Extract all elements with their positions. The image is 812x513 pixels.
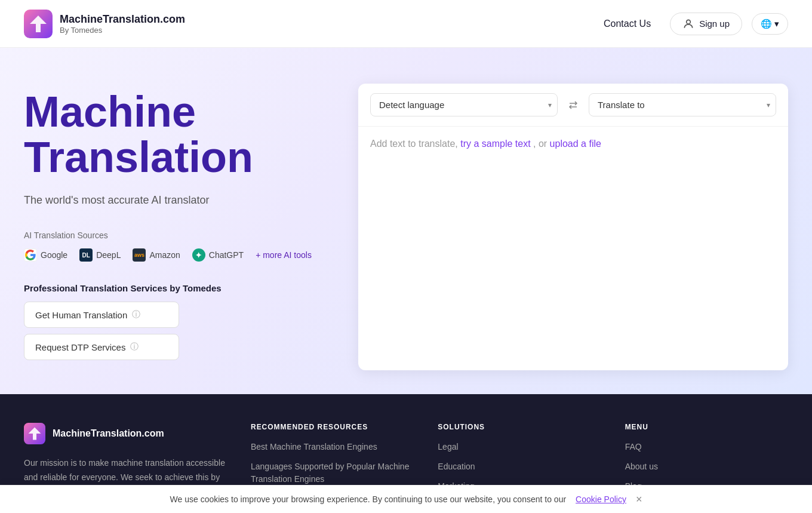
sign-up-label: Sign up [699,19,730,29]
google-icon [24,248,37,262]
logo-title: MachineTranslation.com [60,13,185,26]
translator-widget: Detect language English Spanish French G… [358,84,788,370]
cookie-policy-link[interactable]: Cookie Policy [576,494,626,504]
footer-link-best-engines[interactable]: Best Machine Translation Engines [251,441,414,453]
amazon-icon: aws [133,248,146,262]
chatgpt-icon: ✦ [192,248,205,262]
hero-title-line2: Translation [24,133,253,181]
hero-section: Machine Translation The world's most acc… [0,48,812,394]
swap-languages-button[interactable] [558,94,589,116]
placeholder-text: Add text to translate, [370,139,458,149]
language-selector-button[interactable]: 🌐 ▾ [752,13,788,35]
get-human-translation-label: Get Human Translation [35,310,127,320]
upload-file-link[interactable]: upload a file [550,139,601,149]
menu-title: Menu [625,423,788,431]
ai-tool-amazon[interactable]: aws Amazon [133,248,180,262]
footer-link-education[interactable]: Education [438,460,601,473]
source-language-wrapper: Detect language English Spanish French G… [370,93,558,116]
svg-point-1 [687,20,691,24]
sign-up-button[interactable]: Sign up [670,13,742,35]
translator-header: Detect language English Spanish French G… [358,84,788,127]
ai-sources-label: AI Translation Sources [24,231,334,240]
chatgpt-label: ChatGPT [209,250,244,260]
request-dtp-label: Request DTP Services [35,342,125,352]
logo-link[interactable]: MachineTranslation.com By Tomedes [24,10,185,38]
hero-title-line1: Machine [24,88,196,136]
request-dtp-button[interactable]: Request DTP Services ⓘ [24,334,179,360]
user-icon [682,18,694,30]
logo-subtitle: By Tomedes [60,26,185,35]
translate-input-area[interactable]: Add text to translate, try a sample text… [358,127,788,161]
hero-left: Machine Translation The world's most acc… [24,84,334,366]
header-nav: Contact Us Sign up 🌐 ▾ [594,13,788,35]
footer-logo: MachineTranslation.com [24,423,227,444]
cookie-close-button[interactable]: × [636,494,642,505]
footer-link-faq[interactable]: FAQ [625,441,788,453]
google-label: Google [41,250,67,260]
deepl-icon: DL [79,248,93,262]
hero-subtitle: The world's most accurate AI translator [24,194,334,207]
amazon-label: Amazon [149,250,180,260]
ai-tool-google[interactable]: Google [24,248,67,262]
info-icon-human: ⓘ [132,309,140,320]
footer-brand-title: MachineTranslation.com [53,428,164,439]
globe-icon: 🌐 [761,19,772,29]
footer-link-about-us[interactable]: About us [625,460,788,473]
translator-widget-container: Detect language English Spanish French G… [358,84,788,370]
source-language-select[interactable]: Detect language English Spanish French G… [370,93,558,116]
deepl-label: DeepL [96,250,121,260]
contact-us-button[interactable]: Contact Us [594,14,660,34]
professional-label: Professional Translation Services by Tom… [24,283,334,293]
ai-tool-deepl[interactable]: DL DeepL [79,248,121,262]
logo-icon [24,10,53,38]
cookie-text: We use cookies to improve your browsing … [170,494,567,504]
target-language-wrapper: Translate to Spanish French German Chine… [589,93,776,116]
cookie-banner: We use cookies to improve your browsing … [0,485,812,513]
get-human-translation-button[interactable]: Get Human Translation ⓘ [24,302,179,328]
sample-text-link[interactable]: try a sample text [460,139,530,149]
more-ai-tools-link[interactable]: + more AI tools [256,250,312,260]
ai-tools-list: Google DL DeepL aws Amazon ✦ ChatGPT + m… [24,248,334,262]
solutions-title: Solutions [438,423,601,431]
swap-icon [567,99,579,111]
info-icon-dtp: ⓘ [130,342,139,352]
target-language-select[interactable]: Translate to Spanish French German Chine… [589,93,776,116]
footer-logo-icon [24,423,45,444]
placeholder-or: , or [533,139,547,149]
hero-title: Machine Translation [24,90,334,180]
footer-link-legal[interactable]: Legal [438,441,601,453]
lang-dropdown-arrow: ▾ [774,19,779,29]
recommended-resources-title: RECOMMENDED RESOURCES [251,423,414,431]
footer-link-languages-supported[interactable]: Languages Supported by Popular Machine T… [251,460,414,486]
header: MachineTranslation.com By Tomedes Contac… [0,0,812,48]
ai-tool-chatgpt[interactable]: ✦ ChatGPT [192,248,244,262]
